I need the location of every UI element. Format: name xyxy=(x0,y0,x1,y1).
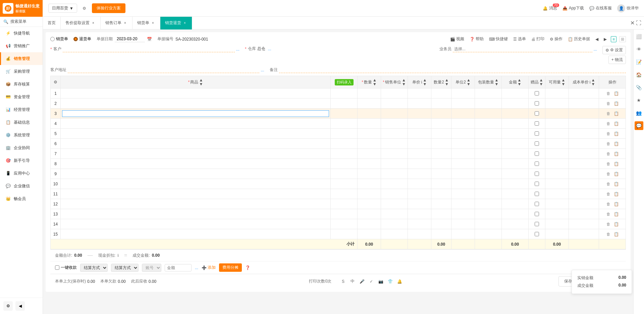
qty2-cell[interactable] xyxy=(431,189,451,199)
sidebar-item-member[interactable]: 👑 畅会员 xyxy=(0,192,43,205)
toolbar-icon-6[interactable]: 👕 xyxy=(386,278,394,285)
amount-cell[interactable] xyxy=(502,189,529,199)
gift-checkbox[interactable] xyxy=(535,141,539,146)
remarks-input[interactable] xyxy=(279,67,626,73)
copy-row-btn[interactable]: 📋 xyxy=(613,110,620,117)
qty-cell[interactable] xyxy=(358,149,381,159)
pack-cell[interactable] xyxy=(475,119,502,129)
qty-cell[interactable] xyxy=(358,99,381,109)
unit2-cell[interactable] xyxy=(451,219,475,229)
th-settings[interactable]: ⚙ xyxy=(51,76,61,88)
amount-cell[interactable] xyxy=(502,99,529,109)
logistics-btn[interactable]: + 物流 xyxy=(608,56,626,64)
product-cell[interactable] xyxy=(61,179,331,189)
gift-cell[interactable] xyxy=(529,88,545,99)
copy-row-btn[interactable]: 📋 xyxy=(613,171,620,177)
gift-checkbox[interactable] xyxy=(535,202,539,206)
gift-checkbox[interactable] xyxy=(535,151,539,156)
copy-row-btn[interactable]: 📋 xyxy=(613,150,620,157)
qty-cell[interactable] xyxy=(358,189,381,199)
copy-row-btn[interactable]: 📋 xyxy=(613,221,620,228)
qty2-cell[interactable] xyxy=(431,219,451,229)
qty2-cell[interactable] xyxy=(431,139,451,149)
qty-cell[interactable] xyxy=(358,199,381,209)
sidebar-item-basic[interactable]: 📋 基础信息 xyxy=(0,116,43,129)
help-btn[interactable]: ❓ 帮助 xyxy=(468,36,485,43)
settings-config-btn[interactable]: ⚙ ⚙ 设置 xyxy=(602,46,626,54)
qty-cell[interactable] xyxy=(358,139,381,149)
amount-cell[interactable] xyxy=(502,169,529,179)
price-cell[interactable] xyxy=(408,88,431,99)
copy-row-btn[interactable]: 📋 xyxy=(613,211,620,217)
price-cell[interactable] xyxy=(408,109,431,119)
app-download-btn[interactable]: 📥 App下载 xyxy=(562,5,584,11)
delete-row-btn[interactable]: 🗑 xyxy=(605,140,612,147)
unit-cell[interactable] xyxy=(381,139,408,149)
qty2-cell[interactable] xyxy=(431,109,451,119)
sidebar-item-shortcut[interactable]: ⚡ 快捷导航 xyxy=(0,27,43,40)
price-cell[interactable] xyxy=(408,219,431,229)
gift-cell[interactable] xyxy=(529,99,545,109)
qty2-cell[interactable] xyxy=(431,149,451,159)
gift-cell[interactable] xyxy=(529,199,545,209)
pack-cell[interactable] xyxy=(475,229,502,239)
amount-cell[interactable] xyxy=(502,209,529,219)
gift-cell[interactable] xyxy=(529,179,545,189)
qty-cell[interactable] xyxy=(358,219,381,229)
close-all-tabs-btn[interactable]: ✕ xyxy=(630,20,635,26)
gift-checkbox[interactable] xyxy=(535,172,539,176)
discount-info-icon[interactable]: ℹ xyxy=(117,253,119,258)
gift-checkbox[interactable] xyxy=(535,111,539,116)
unit2-cell[interactable] xyxy=(451,139,475,149)
toolbar-icon-3[interactable]: 🎤 xyxy=(358,278,366,285)
unit-cell[interactable] xyxy=(381,229,408,239)
pack-cell[interactable] xyxy=(475,199,502,209)
calendar-icon[interactable]: 📅 xyxy=(147,37,152,42)
copy-row-btn[interactable]: 📋 xyxy=(613,181,620,187)
unit2-cell[interactable] xyxy=(451,149,475,159)
sidebar-item-apps[interactable]: 📱 应用中心 xyxy=(0,167,43,180)
delete-row-btn[interactable]: 🗑 xyxy=(605,120,612,127)
gift-cell[interactable] xyxy=(529,109,545,119)
salesperson-select-btn[interactable]: ... xyxy=(594,47,597,52)
delete-row-btn[interactable]: 🗑 xyxy=(605,90,612,97)
radio-delivery[interactable]: 销货单 xyxy=(50,36,68,42)
one-click-pay-checkbox[interactable]: 一键收款 xyxy=(55,265,77,270)
unit2-cell[interactable] xyxy=(451,199,475,209)
price-cell[interactable] xyxy=(408,149,431,159)
price-cell[interactable] xyxy=(408,209,431,219)
unit2-cell[interactable] xyxy=(451,109,475,119)
account-select-btn[interactable]: ... xyxy=(195,265,198,270)
radio-return[interactable]: 退货单 xyxy=(73,36,91,42)
product-cell[interactable] xyxy=(61,129,331,139)
amount-cell[interactable] xyxy=(502,139,529,149)
copy-row-btn[interactable]: 📋 xyxy=(613,100,620,107)
sidebar-item-newbie[interactable]: 🎯 新手引导 xyxy=(0,154,43,167)
gift-cell[interactable] xyxy=(529,159,545,169)
unit2-cell[interactable] xyxy=(451,209,475,219)
copy-row-btn[interactable]: 📋 xyxy=(613,130,620,137)
unit2-cell[interactable] xyxy=(451,179,475,189)
daily-goods-select[interactable]: 日用百货 ▼ xyxy=(48,4,77,13)
barcode-scan-btn[interactable]: 扫码录入 xyxy=(335,79,354,85)
unit2-cell[interactable] xyxy=(451,229,475,239)
table-settings-icon[interactable]: ⚙ xyxy=(54,80,57,84)
product-cell[interactable] xyxy=(61,159,331,169)
history-btn[interactable]: 📋 历史单据 xyxy=(567,36,591,43)
price-cell[interactable] xyxy=(408,129,431,139)
delete-row-btn[interactable]: 🗑 xyxy=(605,171,612,177)
unit-cell[interactable] xyxy=(381,199,408,209)
pack-cell[interactable] xyxy=(475,189,502,199)
select-btn[interactable]: ☰ 选单 xyxy=(512,36,527,43)
prev-doc-btn[interactable]: ◀ xyxy=(594,36,600,42)
pack-cell[interactable] xyxy=(475,139,502,149)
sidebar-item-wechat[interactable]: 💬 企业微信 xyxy=(0,180,43,192)
product-cell[interactable] xyxy=(61,199,331,209)
sort-avail[interactable]: ▲▼ xyxy=(561,78,566,86)
unit-cell[interactable] xyxy=(381,159,408,169)
fee-help-icon[interactable]: ❓ xyxy=(245,265,250,270)
unit2-cell[interactable] xyxy=(451,189,475,199)
qty2-cell[interactable] xyxy=(431,169,451,179)
unit-cell[interactable] xyxy=(381,129,408,139)
product-cell[interactable] xyxy=(61,119,331,129)
